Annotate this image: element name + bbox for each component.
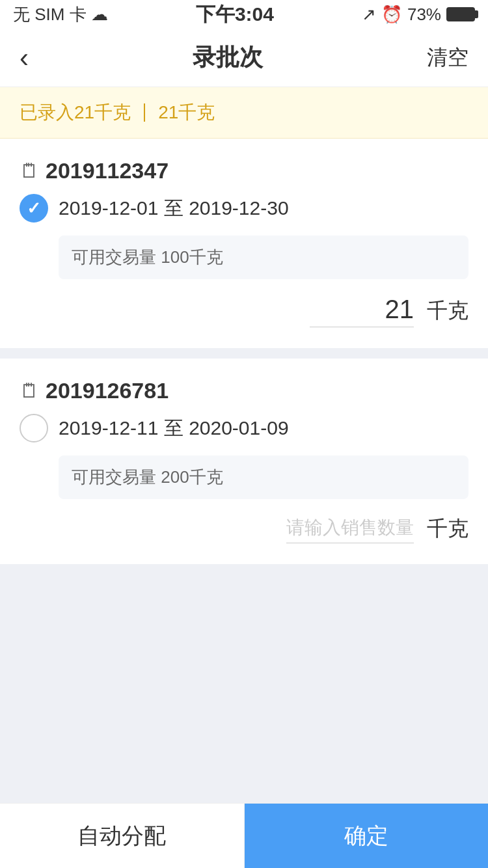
batch-date-2: 2019-12-11 至 2020-01-09 [59,415,289,442]
battery-icon [446,7,475,21]
back-button[interactable]: ‹ [20,42,29,74]
batch-header-2: 🗒 2019126781 [20,378,468,403]
location-icon: ↗ [362,5,376,25]
qty-underline-2[interactable]: 请输入销售数量 [286,515,414,543]
confirm-button[interactable]: 确定 [245,804,489,868]
recorded-value: 21千克 [158,100,215,125]
batch-icon-1: 🗒 [20,160,39,182]
qty-unit-1: 千克 [427,297,468,325]
radio-1[interactable] [20,194,48,223]
batch-id-2: 2019126781 [46,378,169,403]
bottom-bar: 自动分配 确定 [0,803,488,868]
batch-header-1: 🗒 2019112347 [20,158,468,183]
qty-placeholder-2: 请输入销售数量 [286,517,414,537]
batch-item-1: 🗒 2019112347 2019-12-01 至 2019-12-30 可用交… [0,139,488,279]
status-right: ↗ ⏰ 73% [362,5,475,25]
nav-bar: ‹ 录批次 清空 [0,29,488,87]
radio-2[interactable] [20,414,48,442]
qty-unit-2: 千克 [427,515,468,543]
available-qty-2: 可用交易量 200千克 [59,455,468,499]
battery-percent: 73% [407,5,441,25]
status-bar: 无 SIM 卡 ☁ 下午3:04 ↗ ⏰ 73% [0,0,488,29]
alarm-icon: ⏰ [381,5,402,25]
sim-status: 无 SIM 卡 ☁ [13,3,108,26]
available-qty-1: 可用交易量 100千克 [59,236,468,279]
page-title: 录批次 [193,42,263,74]
status-left: 无 SIM 卡 ☁ [13,3,108,26]
qty-value-1: 21 [385,295,414,323]
batch-date-row-1[interactable]: 2019-12-01 至 2019-12-30 [20,194,468,223]
status-time: 下午3:04 [196,1,274,28]
batch-item-2: 🗒 2019126781 2019-12-11 至 2020-01-09 可用交… [0,359,488,499]
info-divider [144,103,145,122]
qty-input-row-2: 请输入销售数量 千克 [0,499,488,554]
batch-bottom-pad-1 [0,338,488,348]
section-divider [0,348,488,359]
batch-date-1: 2019-12-01 至 2019-12-30 [59,195,289,222]
content-area: 🗒 2019112347 2019-12-01 至 2019-12-30 可用交… [0,139,488,868]
batch-id-1: 2019112347 [46,158,169,183]
auto-distribute-button[interactable]: 自动分配 [0,804,245,868]
qty-input-row-1: 21 千克 [0,279,488,338]
batch-bottom-pad-2 [0,554,488,564]
batch-date-row-2[interactable]: 2019-12-11 至 2020-01-09 [20,414,468,442]
clear-button[interactable]: 清空 [427,44,468,72]
qty-underline-1[interactable]: 21 [310,295,414,327]
batch-icon-2: 🗒 [20,380,39,402]
info-banner: 已录入21千克 21千克 [0,87,488,139]
recorded-label: 已录入21千克 [20,100,131,125]
